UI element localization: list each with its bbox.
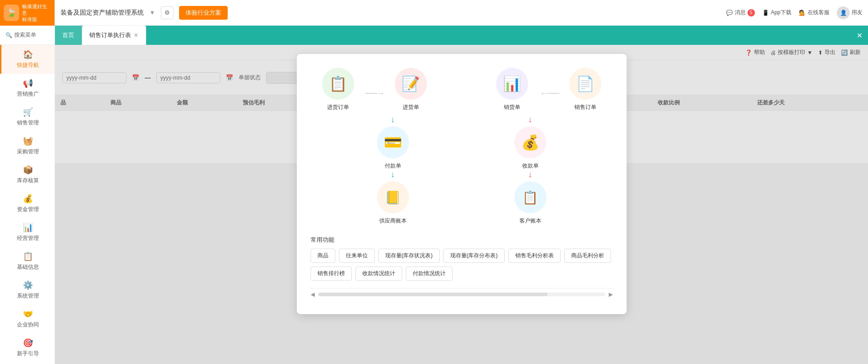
user-name: 用友 (852, 9, 863, 16)
user-menu[interactable]: 👤 用友 (837, 6, 863, 19)
func-btn-sales-profit[interactable]: 销售毛利分析表 (508, 249, 561, 263)
message-button[interactable]: 💬 消息 5 (726, 9, 755, 16)
function-buttons-row1: 商品 往来单位 现存量(库存状况表) 现存量(库存分布表) 销售毛利分析表 商品… (311, 249, 613, 263)
sidebar-item-inventory[interactable]: 📦 库存核算 (0, 160, 55, 189)
sales-order-label: 销售订单 (574, 103, 596, 111)
service-icon: 💁 (799, 10, 806, 16)
customer-ledger-label: 客户账本 (519, 217, 541, 225)
main-area: 装备及固定资产辅助管理系统 ▼ ⚙ 体验行业方案 💬 消息 5 📱 App下载 … (55, 0, 868, 364)
home-icon: 🏠 (23, 49, 33, 60)
tab-bar: 首页 销售订单执行表 ✕ ✕ (55, 26, 868, 45)
func-btn-sales-ranking[interactable]: 销售排行榜 (311, 266, 352, 281)
scroll-left-icon[interactable]: ◀ (311, 291, 315, 298)
scroll-area: ◀ ▶ (311, 288, 613, 300)
supplier-ledger-label: 供应商账本 (379, 217, 407, 225)
receipt-bill-label: 收款单 (522, 162, 539, 170)
func-btn-payment-stats[interactable]: 付款情况统计 (406, 266, 453, 281)
trial-button[interactable]: 体验行业方案 (179, 6, 228, 20)
search-icon: 🔍 (5, 32, 12, 38)
tab-close-icon[interactable]: ✕ (134, 32, 138, 38)
func-btn-product-profit[interactable]: 商品毛利分析 (564, 249, 611, 263)
user-avatar: 👤 (837, 6, 850, 19)
search-menu-button[interactable]: 🔍 搜索菜单 (4, 29, 51, 41)
purchase-bill-label: 进货单 (403, 103, 419, 111)
header-right: 💬 消息 5 📱 App下载 💁 在线客服 👤 用友 (726, 6, 863, 19)
receipt-bill-node[interactable]: 💰 (514, 126, 546, 158)
marketing-icon: 📢 (23, 78, 33, 88)
purchase-order-label: 进货订单 (327, 103, 349, 111)
payment-bill-label: 付款单 (385, 162, 401, 170)
sidebar-item-system[interactable]: ⚙️ 系统管理 (0, 276, 55, 304)
sales-icon: 🛒 (23, 107, 33, 117)
purchase-bill-node[interactable]: 📝 (395, 68, 427, 100)
horizontal-scrollbar[interactable] (318, 293, 605, 296)
sidebar-item-sales[interactable]: 🛒 销售管理 (0, 103, 55, 131)
tab-bar-close-button[interactable]: ✕ (857, 31, 863, 40)
supplier-ledger-node[interactable]: 📒 (377, 181, 409, 213)
tab-home[interactable]: 首页 (55, 26, 82, 45)
operations-icon: 📊 (23, 223, 33, 233)
sidebar: 🍃 畅康通好生意 标准版 🔍 搜索菜单 🏠 快捷导航 📢 营销推广 🛒 (0, 0, 55, 364)
sidebar-item-marketing[interactable]: 📢 营销推广 (0, 74, 55, 103)
tab-sales-order-exec[interactable]: 销售订单执行表 ✕ (82, 26, 146, 45)
sidebar-item-finance[interactable]: 💰 资金管理 (0, 189, 55, 218)
sales-order-node[interactable]: 📄 (569, 68, 601, 100)
common-functions-title: 常用功能 (311, 236, 613, 244)
basic-info-icon: 📋 (23, 251, 33, 261)
finance-icon: 💰 (23, 194, 33, 204)
system-title: 装备及固定资产辅助管理系统 (60, 9, 144, 17)
payment-bill-node[interactable]: 💳 (377, 126, 409, 158)
sidebar-item-enterprise[interactable]: 🤝 企业协同 (0, 304, 55, 333)
app-logo: 🍃 畅康通好生意 标准版 (0, 0, 55, 26)
content-area: ❓ 帮助 🖨 按模板打印 ▼ ⬆ 导出 🔄 刷新 (55, 45, 868, 364)
scroll-right-icon[interactable]: ▶ (609, 291, 613, 298)
newbie-icon: 🎯 (23, 338, 33, 348)
sidebar-item-newbie[interactable]: 🎯 新手引导 (0, 333, 55, 362)
message-badge: 5 (748, 9, 755, 16)
scroll-thumb (318, 293, 548, 296)
sidebar-item-operations[interactable]: 📊 经营管理 (0, 218, 55, 247)
func-btn-partner[interactable]: 往来单位 (339, 249, 375, 263)
sales-bill-node[interactable]: 📊 (496, 68, 528, 100)
logo-icon: 🍃 (4, 5, 19, 21)
inventory-icon: 📦 (23, 165, 33, 175)
app-download-button[interactable]: 📱 App下载 (762, 9, 792, 16)
top-header: 装备及固定资产辅助管理系统 ▼ ⚙ 体验行业方案 💬 消息 5 📱 App下载 … (55, 0, 868, 26)
function-buttons-row2: 销售排行榜 收款情况统计 付款情况统计 (311, 266, 613, 281)
dropdown-arrow-icon[interactable]: ▼ (149, 9, 155, 16)
purchase-icon: 🧺 (23, 136, 33, 146)
message-icon: 💬 (726, 10, 733, 16)
online-service-button[interactable]: 💁 在线客服 (799, 9, 830, 16)
system-icon: ⚙️ (23, 280, 33, 290)
sidebar-search[interactable]: 🔍 搜索菜单 (0, 26, 55, 45)
sales-bill-label: 销货单 (504, 103, 520, 111)
modal-overlay[interactable]: 📋 进货订单 ─ ─ → 📝 (55, 45, 868, 364)
sidebar-item-basic-info[interactable]: 📋 基础信息 (0, 247, 55, 276)
sidebar-item-quick-nav[interactable]: 🏠 快捷导航 (0, 45, 55, 74)
download-icon: 📱 (762, 10, 769, 16)
func-btn-inventory-status[interactable]: 现存量(库存状况表) (378, 249, 440, 263)
func-btn-receipt-stats[interactable]: 收款情况统计 (355, 266, 402, 281)
enterprise-icon: 🤝 (23, 309, 33, 319)
purchase-order-node[interactable]: 📋 (322, 68, 354, 100)
settings-button[interactable]: ⚙ (161, 6, 174, 19)
sidebar-item-purchase[interactable]: 🧺 采购管理 (0, 131, 55, 160)
customer-ledger-node[interactable]: 📋 (514, 181, 546, 213)
sidebar-nav: 🏠 快捷导航 📢 营销推广 🛒 销售管理 🧺 采购管理 📦 库存核算 💰 (0, 45, 55, 364)
func-btn-inventory-dist[interactable]: 现存量(库存分布表) (443, 249, 505, 263)
flow-diagram: 📋 进货订单 ─ ─ → 📝 (311, 68, 613, 225)
func-btn-product[interactable]: 商品 (311, 249, 335, 263)
quick-guide-modal: 📋 进货订单 ─ ─ → 📝 (297, 54, 627, 314)
logo-text: 畅康通好生意 标准版 (22, 3, 51, 23)
common-functions: 常用功能 商品 往来单位 现存量(库存状况表) 现存量(库存分布表) 销售毛利分… (311, 236, 613, 281)
